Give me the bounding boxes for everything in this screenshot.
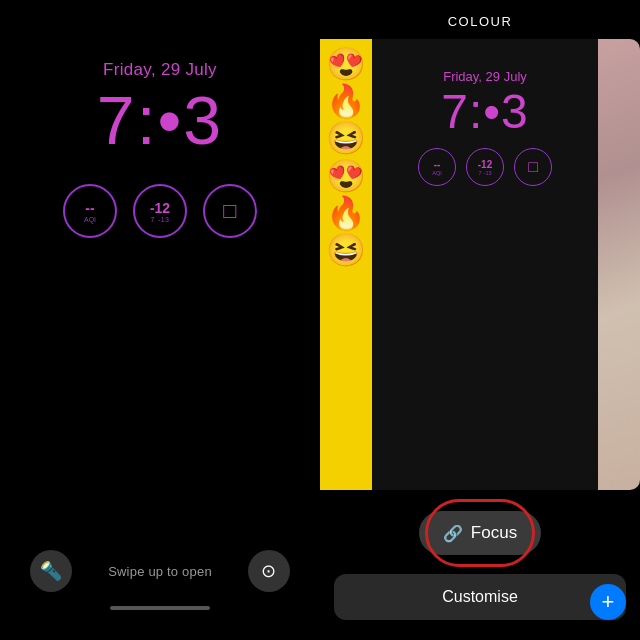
- photo-strip-image: [598, 39, 640, 490]
- swipe-label: Swipe up to open: [108, 564, 212, 579]
- camera-icon: ⊙: [261, 560, 276, 582]
- photo-strip: [598, 39, 640, 490]
- focus-ring-indicator: [425, 499, 535, 567]
- right-phone: COLOUR 😍 🔥 😆 😍 🔥 😆 Friday, 29 July 7:•3 …: [320, 0, 640, 640]
- preview-date: Friday, 29 July: [443, 69, 527, 84]
- colour-header: COLOUR: [320, 0, 640, 39]
- left-date: Friday, 29 July: [103, 60, 217, 80]
- right-main: 😍 🔥 😆 😍 🔥 😆 Friday, 29 July 7:•3 -- AQI: [320, 39, 640, 490]
- bottom-controls: 🔦 Swipe up to open ⊙: [0, 550, 320, 592]
- temp-low: 7: [150, 216, 154, 223]
- home-indicator: [110, 606, 210, 610]
- preview-temp-sub: 7 -13: [478, 170, 491, 176]
- preview-temp-lo: 7: [478, 170, 481, 176]
- preview-time: 7:•3: [441, 88, 529, 136]
- emoji-4: 😍: [326, 159, 366, 194]
- emoji-2: 🔥: [326, 84, 366, 119]
- preview-aqi-label: AQI: [432, 170, 441, 176]
- preview-phone-widget: □: [514, 148, 552, 186]
- temp-value: -12: [150, 200, 170, 216]
- preview-widgets: -- AQI -12 7 -13 □: [418, 148, 552, 186]
- left-time: 7:•3: [97, 86, 223, 154]
- left-lock-screen: Friday, 29 July 7:•3 -- AQI -12 7 -13 □: [63, 0, 257, 640]
- phone-widget: □: [203, 184, 257, 238]
- temp-high: -13: [158, 216, 170, 223]
- add-button[interactable]: +: [590, 584, 626, 620]
- preview-aqi-widget: -- AQI: [418, 148, 456, 186]
- preview-lock-screen: Friday, 29 July 7:•3 -- AQI -12 7 -13: [372, 39, 598, 196]
- focus-area: 🔗 Focus: [334, 502, 626, 564]
- temp-sub: 7 -13: [150, 216, 169, 223]
- preview-temp-val: -12: [478, 159, 492, 170]
- left-bottom-bar: 🔦 Swipe up to open ⊙: [0, 550, 320, 610]
- emoji-strip[interactable]: 😍 🔥 😆 😍 🔥 😆: [320, 39, 372, 490]
- left-time-text: 7:•3: [97, 82, 223, 158]
- emoji-5: 🔥: [326, 196, 366, 231]
- camera-button[interactable]: ⊙: [248, 550, 290, 592]
- preview-aqi-val: --: [434, 159, 441, 170]
- emoji-1: 😍: [326, 47, 366, 82]
- emoji-6: 😆: [326, 233, 366, 268]
- temp-widget: -12 7 -13: [133, 184, 187, 238]
- preview-temp-hi: -13: [484, 170, 492, 176]
- aqi-widget: -- AQI: [63, 184, 117, 238]
- left-phone: Friday, 29 July 7:•3 -- AQI -12 7 -13 □: [0, 0, 320, 640]
- preview-temp-widget: -12 7 -13: [466, 148, 504, 186]
- phone-icon: □: [223, 198, 236, 224]
- emoji-3: 😆: [326, 121, 366, 156]
- aqi-value: --: [85, 200, 94, 216]
- preview-pane: Friday, 29 July 7:•3 -- AQI -12 7 -13: [372, 39, 598, 490]
- torch-button[interactable]: 🔦: [30, 550, 72, 592]
- aqi-label: AQI: [84, 216, 96, 223]
- left-widgets: -- AQI -12 7 -13 □: [63, 184, 257, 238]
- customise-button[interactable]: Customise: [334, 574, 626, 620]
- right-bottom-section: 🔗 Focus Customise +: [320, 490, 640, 640]
- torch-icon: 🔦: [40, 560, 62, 582]
